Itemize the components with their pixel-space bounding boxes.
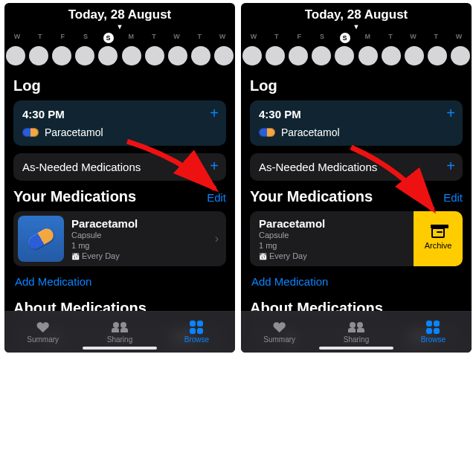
log-med-name: Paracetamol [281,126,340,138]
archive-icon [431,228,445,238]
weekday-label: T [188,33,210,43]
as-needed-card[interactable]: + As-Needed Medications [250,153,463,181]
medication-schedule: Every Day [71,251,203,262]
log-title: Log [13,77,226,94]
weekday-label: F [51,33,74,43]
your-medications-title: Your Medications [250,188,373,205]
date-label: Today, 28 August [4,7,235,22]
day-dot[interactable] [98,46,118,65]
tab-label: Sharing [344,335,369,344]
add-medication-button[interactable]: Add Medication [13,266,226,292]
pill-icon [22,128,39,137]
add-log-icon[interactable]: + [446,106,455,120]
medication-name: Paracetamol [71,217,203,230]
day-dot[interactable] [312,46,331,65]
heart-icon [36,321,50,333]
weekday-label: W [6,33,28,43]
chevron-down-icon[interactable] [241,24,472,30]
tab-browse[interactable]: Browse [158,312,235,353]
day-dot[interactable] [122,46,141,65]
home-indicator[interactable] [319,347,393,350]
as-needed-label: As-Needed Medications [22,161,217,173]
edit-button[interactable]: Edit [443,191,463,204]
add-as-needed-icon[interactable]: + [210,159,219,173]
archive-label: Archive [425,241,452,250]
pill-icon [259,128,275,137]
people-icon [112,322,128,332]
day-dot[interactable] [145,46,164,65]
tab-browse[interactable]: Browse [395,312,472,353]
weekday-label: M [120,33,142,43]
archive-button[interactable]: Archive [414,211,463,266]
day-dot[interactable] [405,46,424,65]
edit-button[interactable]: Edit [207,191,226,204]
weekday-label: W [166,33,188,43]
day-dot[interactable] [335,46,354,65]
weekday-label: M [356,33,379,43]
weekday-label: W [402,33,425,43]
day-dot[interactable] [289,46,308,65]
day-dot[interactable] [382,46,401,65]
medication-tile-icon [18,216,64,262]
weekday-label: W [242,33,265,43]
as-needed-label: As-Needed Medications [259,161,454,173]
tab-bar: Summary Sharing Browse [4,311,235,353]
log-time: 4:30 PM [22,108,217,120]
add-as-needed-icon[interactable]: + [446,159,455,173]
weekday-label: W [211,33,234,43]
week-strip[interactable]: W T F S S M T W T W [241,33,472,65]
medication-row-swiped[interactable]: Paracetamol Capsule 1 mg Every Day Archi… [250,211,463,266]
your-medications-title: Your Medications [13,188,136,205]
log-schedule-card[interactable]: + 4:30 PM Paracetamol [13,100,226,146]
chevron-down-icon[interactable] [4,24,235,30]
as-needed-card[interactable]: + As-Needed Medications [13,153,226,181]
day-dot[interactable] [6,46,25,65]
day-dot[interactable] [214,46,234,65]
weekday-label-selected: S [334,33,356,43]
day-dot[interactable] [191,46,210,65]
weekday-label-selected: S [97,33,120,43]
tab-summary[interactable]: Summary [4,312,81,353]
weekday-label: T [143,33,165,43]
tab-label: Browse [184,335,209,344]
log-title: Log [250,77,463,94]
weekday-label: T [379,33,402,43]
tab-label: Summary [263,335,295,344]
phone-left: Today, 28 August W T F S S M T W T [4,3,235,353]
tab-summary[interactable]: Summary [241,312,318,353]
day-dot[interactable] [451,46,470,65]
weekday-label: S [311,33,333,43]
tab-label: Browse [421,335,446,344]
medication-name: Paracetamol [259,217,409,230]
add-medication-button[interactable]: Add Medication [250,266,463,292]
day-dot[interactable] [75,46,94,65]
day-dot[interactable] [266,46,285,65]
medication-schedule: Every Day [259,251,409,262]
weekday-label: S [74,33,97,43]
day-dot[interactable] [242,46,262,65]
grid-icon [426,321,440,334]
tab-bar: Summary Sharing Browse [241,311,472,353]
add-log-icon[interactable]: + [210,106,219,120]
log-time: 4:30 PM [259,108,454,120]
people-icon [348,322,364,332]
log-schedule-card[interactable]: + 4:30 PM Paracetamol [250,100,463,146]
medication-form: Capsule [71,230,203,240]
weekday-label: F [288,33,310,43]
week-strip[interactable]: W T F S S M T W T W [4,33,235,65]
day-dot[interactable] [29,46,48,65]
day-dot[interactable] [52,46,71,65]
medication-form: Capsule [259,230,409,240]
date-label: Today, 28 August [241,7,472,22]
day-dot[interactable] [358,46,378,65]
medication-row[interactable]: Paracetamol Capsule 1 mg Every Day › [13,211,226,266]
day-dot[interactable] [168,46,187,65]
medication-strength: 1 mg [259,240,409,251]
home-indicator[interactable] [83,347,157,350]
heart-icon [273,321,286,333]
grid-icon [190,321,203,334]
log-med-name: Paracetamol [45,126,103,138]
day-dot[interactable] [428,46,447,65]
tab-label: Sharing [107,335,132,344]
weekday-label: T [425,33,447,43]
